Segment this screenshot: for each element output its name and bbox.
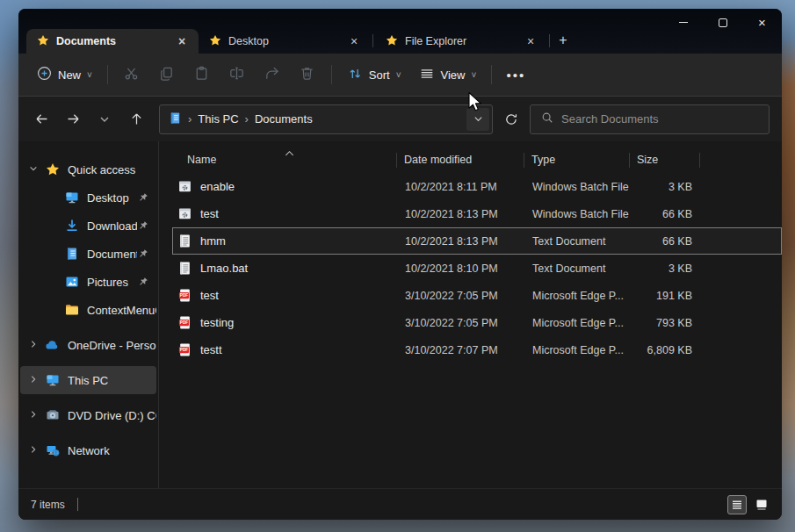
- sidebar-item-downloads[interactable]: Downloads: [20, 212, 156, 240]
- delete-button[interactable]: [291, 60, 324, 90]
- cut-button[interactable]: [115, 60, 148, 90]
- pdf-file-icon: PDF: [177, 342, 192, 357]
- network-icon: [45, 443, 60, 458]
- share-icon: [264, 65, 280, 84]
- svg-text:PDF: PDF: [180, 293, 188, 298]
- sort-ascending-icon: [285, 147, 294, 160]
- recent-locations-button[interactable]: [90, 105, 119, 133]
- paste-button[interactable]: [185, 60, 219, 90]
- tab-file-explorer[interactable]: File Explorer ×: [375, 29, 547, 54]
- sidebar-item-network[interactable]: Network: [20, 436, 156, 464]
- column-header-date-modified[interactable]: Date modified: [397, 147, 524, 173]
- share-button[interactable]: [256, 60, 289, 90]
- tab-label: Desktop: [228, 35, 337, 47]
- batch-file-icon: [177, 206, 192, 221]
- onedrive-cloud-icon: [45, 338, 60, 353]
- pin-icon: [137, 192, 149, 203]
- sidebar-item-label: This PC: [68, 374, 156, 387]
- search-placeholder: Search Documents: [561, 112, 659, 126]
- svg-text:PDF: PDF: [180, 320, 188, 325]
- file-explorer-window: Documents × Desktop × File Explorer × + …: [18, 9, 782, 520]
- chevron-down-icon: ˅: [87, 70, 92, 80]
- window-controls: ×: [663, 9, 782, 36]
- sidebar-item-contextmenucust[interactable]: ContextMenuCust: [20, 296, 156, 324]
- circle-plus-icon: [37, 66, 52, 83]
- address-bar[interactable]: › This PC › Documents: [159, 104, 493, 134]
- file-list-pane: Name Date modified Type Size enable 10/2…: [159, 141, 782, 488]
- tab-desktop[interactable]: Desktop ×: [199, 29, 371, 54]
- sidebar-item-desktop[interactable]: Desktop: [20, 183, 156, 212]
- more-icon: •••: [506, 68, 525, 83]
- search-input[interactable]: Search Documents: [530, 104, 770, 134]
- status-bar: 7 items: [18, 488, 782, 520]
- file-row-testt-pdf[interactable]: PDFtestt 3/10/2022 7:07 PM Microsoft Edg…: [172, 336, 782, 363]
- pdf-file-icon: PDF: [177, 288, 192, 303]
- breadcrumb-documents[interactable]: Documents: [255, 112, 313, 126]
- chevron-collapsed-icon[interactable]: [28, 375, 39, 385]
- documents-folder-icon: [169, 111, 182, 127]
- breadcrumb-this-pc[interactable]: This PC: [198, 112, 238, 126]
- chevron-down-icon: ˅: [472, 70, 477, 80]
- sort-button-label: Sort: [369, 68, 390, 82]
- rename-icon: [228, 65, 245, 84]
- sidebar-item-pictures[interactable]: Pictures: [20, 268, 156, 296]
- chevron-expanded-icon[interactable]: [28, 164, 39, 175]
- chevron-collapsed-icon[interactable]: [28, 445, 39, 456]
- file-row-hmm[interactable]: hmm 10/2/2021 8:13 PM Text Document 66 K…: [172, 227, 782, 255]
- sidebar-item-dvd-drive[interactable]: DVD Drive (D:) CCCO: [20, 401, 156, 429]
- see-more-button[interactable]: •••: [499, 60, 532, 90]
- copy-button[interactable]: [150, 60, 184, 90]
- command-bar: New ˅ Sort ˅ View ˅: [18, 54, 782, 97]
- tab-close-icon[interactable]: ×: [521, 32, 540, 51]
- new-button[interactable]: New ˅: [29, 60, 100, 90]
- details-view-button[interactable]: [727, 495, 747, 514]
- documents-icon: [64, 247, 79, 262]
- close-button[interactable]: ×: [742, 9, 782, 36]
- toolbar-separator: [491, 65, 492, 84]
- address-dropdown-button[interactable]: [466, 108, 489, 131]
- maximize-button[interactable]: [703, 9, 742, 36]
- sidebar-item-label: Downloads: [87, 219, 137, 233]
- items-count: 7 items: [31, 499, 65, 511]
- column-header-size[interactable]: Size: [630, 147, 700, 173]
- large-icons-view-button[interactable]: [752, 495, 771, 514]
- pdf-file-icon: PDF: [177, 315, 192, 330]
- forward-button[interactable]: [59, 105, 87, 133]
- sidebar-item-this-pc[interactable]: This PC: [20, 366, 156, 394]
- view-button[interactable]: View ˅: [411, 60, 485, 90]
- sidebar-item-onedrive[interactable]: OneDrive - Personal: [20, 331, 156, 359]
- tab-label: Documents: [56, 35, 165, 47]
- column-header-name[interactable]: Name: [172, 147, 397, 173]
- refresh-button[interactable]: [496, 105, 526, 133]
- file-row-test-bat[interactable]: test 10/2/2021 8:13 PM Windows Batch Fil…: [172, 200, 782, 227]
- pin-icon: [137, 248, 149, 259]
- file-row-testing-pdf[interactable]: PDFtesting 3/10/2022 7:05 PM Microsoft E…: [172, 309, 782, 336]
- minimize-icon: [679, 22, 688, 23]
- view-icon: [419, 66, 435, 84]
- file-row-lmao-bat[interactable]: Lmao.bat 10/2/2021 8:10 PM Text Document…: [172, 255, 782, 282]
- tab-documents[interactable]: Documents ×: [26, 29, 199, 54]
- column-header-type[interactable]: Type: [524, 147, 630, 173]
- sidebar-item-label: Desktop: [87, 191, 137, 205]
- maximize-icon: [719, 18, 727, 27]
- back-button[interactable]: [27, 105, 55, 133]
- text-file-icon: [177, 261, 192, 276]
- file-row-test-pdf[interactable]: PDFtest 3/10/2022 7:05 PM Microsoft Edge…: [172, 282, 782, 309]
- this-pc-icon: [45, 373, 60, 388]
- sidebar-item-documents[interactable]: Documents: [20, 240, 156, 268]
- file-row-enable[interactable]: enable 10/2/2021 8:11 PM Windows Batch F…: [172, 173, 782, 200]
- up-button[interactable]: [122, 105, 150, 133]
- sort-icon: [347, 66, 363, 84]
- rename-button[interactable]: [220, 60, 254, 90]
- chevron-collapsed-icon[interactable]: [28, 340, 39, 350]
- chevron-collapsed-icon[interactable]: [28, 410, 39, 421]
- downloads-icon: [64, 219, 79, 234]
- tab-close-icon[interactable]: ×: [344, 32, 364, 51]
- tab-close-icon[interactable]: ×: [172, 32, 192, 51]
- text-file-icon: [177, 234, 192, 248]
- sidebar-item-quick-access[interactable]: Quick access: [20, 155, 156, 183]
- minimize-button[interactable]: [663, 9, 703, 36]
- sort-button[interactable]: Sort ˅: [339, 60, 409, 90]
- copy-icon: [158, 65, 175, 84]
- new-tab-button[interactable]: +: [552, 30, 575, 51]
